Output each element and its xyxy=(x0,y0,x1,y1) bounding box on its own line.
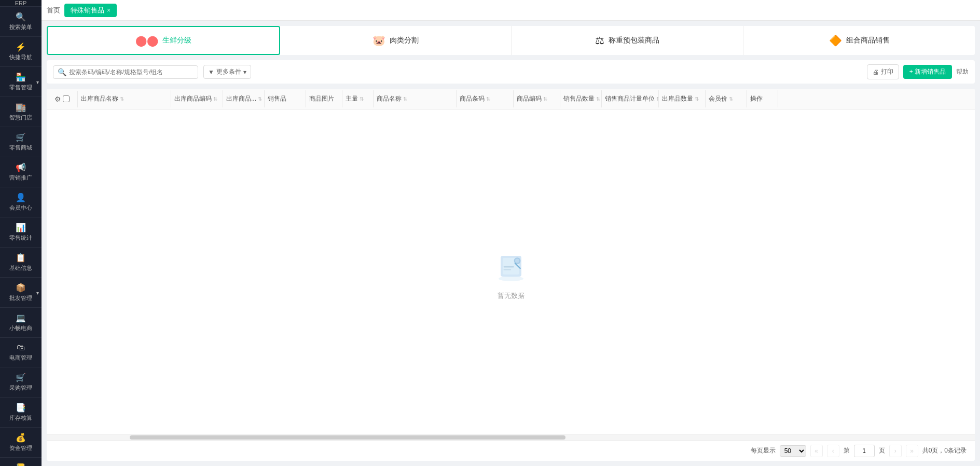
sidebar-item-wholesale[interactable]: 📦 批发管理 xyxy=(0,278,42,308)
sort-out-qty[interactable]: ⇅ xyxy=(695,96,699,102)
sidebar-item-ledger[interactable]: 📒 总账管理 xyxy=(0,458,42,466)
sidebar-item-ecommgmt[interactable]: 🛍 电商管理 xyxy=(0,338,42,367)
topbar-tab-close[interactable]: × xyxy=(107,7,111,14)
table-header: ⚙ 出库商品名称 ⇅ 出库商品编码 ⇅ 出库商品... ⇅ 销售品 xyxy=(47,89,975,109)
th-sale-qty: 销售品数量 ⇅ xyxy=(560,90,602,107)
ecommgmt-icon: 🛍 xyxy=(17,343,25,352)
sidebar-item-finance[interactable]: 💰 资金管理 xyxy=(0,428,42,458)
topbar: 首页 特殊销售品 × xyxy=(42,0,980,21)
wholesale-icon: 📦 xyxy=(16,283,26,293)
add-sale-item-button[interactable]: + 新增销售品 xyxy=(903,65,952,79)
sidebar-item-members[interactable]: 👤 会员中心 xyxy=(0,187,42,217)
sort-member[interactable]: ⇅ xyxy=(729,96,733,102)
filter-arrow-icon: ▾ xyxy=(243,68,246,76)
sort-barcode[interactable]: ⇅ xyxy=(486,96,490,102)
topbar-home-link[interactable]: 首页 xyxy=(47,6,60,15)
sidebar-item-marketing[interactable]: 📢 营销推广 xyxy=(0,157,42,187)
inventory-icon: 📑 xyxy=(16,403,26,413)
meat-cut-icon: 🐷 xyxy=(372,34,385,47)
horizontal-scrollbar[interactable] xyxy=(47,434,975,440)
search-menu-icon: 🔍 xyxy=(16,12,26,22)
th-sku: 商品编码 ⇅ xyxy=(514,90,560,107)
sort-out-name[interactable]: ⇅ xyxy=(120,96,124,102)
marketing-icon: 📢 xyxy=(16,162,26,172)
th-main-qty: 主量 ⇅ xyxy=(342,90,374,107)
retail-icon: 🏪 xyxy=(16,72,26,82)
purchase-icon: 🛒 xyxy=(16,373,26,382)
page-size-select[interactable]: 50 20 100 xyxy=(780,445,806,457)
sidebar-logo: ERP xyxy=(0,0,42,7)
filter-icon: ▼ xyxy=(208,68,214,76)
sidebar: ERP 🔍 搜索菜单 ⚡ 快捷导航 🏪 零售管理 🏬 智慧门店 🛒 零售商城 📢… xyxy=(0,0,42,466)
th-settings[interactable]: ⚙ xyxy=(47,91,78,107)
finance-icon: 💰 xyxy=(16,433,26,443)
column-settings-icon[interactable]: ⚙ xyxy=(54,95,61,103)
search-box[interactable]: 🔍 xyxy=(53,65,198,79)
combo-sale-icon: 🔶 xyxy=(829,34,842,47)
sort-out-spec[interactable]: ⇅ xyxy=(258,96,262,102)
sidebar-item-purchase[interactable]: 🛒 采购管理 xyxy=(0,367,42,398)
topbar-tab-label: 特殊销售品 xyxy=(71,6,104,15)
page-size-label: 每页显示 xyxy=(751,446,776,455)
th-member-price: 会员价 ⇅ xyxy=(706,90,747,107)
page-label-after: 页 xyxy=(879,446,885,455)
tab-weigh-prepack[interactable]: ⚖ 称重预包装商品 xyxy=(512,26,744,55)
sidebar-item-search[interactable]: 🔍 搜索菜单 xyxy=(0,7,42,37)
ledger-icon: 📒 xyxy=(16,463,26,466)
print-button[interactable]: 🖨 打印 xyxy=(867,64,899,79)
scrollbar-thumb[interactable] xyxy=(130,435,565,440)
sidebar-item-ecom[interactable]: 💻 小畅电商 xyxy=(0,308,42,338)
empty-text: 暂无数据 xyxy=(498,291,524,300)
svg-point-4 xyxy=(515,258,519,263)
last-page-btn[interactable]: » xyxy=(906,445,918,457)
tab-meat-cut[interactable]: 🐷 肉类分割 xyxy=(280,26,512,55)
sidebar-item-retailmall[interactable]: 🛒 零售商城 xyxy=(0,127,42,157)
category-tabs: ⬤⬤ 生鲜分级 🐷 肉类分割 ⚖ 称重预包装商品 🔶 组合商品销售 xyxy=(47,26,975,55)
tab-fresh-grade[interactable]: ⬤⬤ 生鲜分级 xyxy=(47,26,280,55)
sidebar-item-retail[interactable]: 🏪 零售管理 xyxy=(0,67,42,97)
prev-page-btn[interactable]: ‹ xyxy=(827,445,839,457)
retailstats-icon: 📊 xyxy=(16,223,26,232)
next-page-btn[interactable]: › xyxy=(889,445,902,457)
current-page-input[interactable] xyxy=(854,445,875,457)
fresh-grade-icon: ⬤⬤ xyxy=(135,34,158,47)
first-page-btn[interactable]: « xyxy=(810,445,823,457)
th-sale-item: 销售品 xyxy=(265,90,306,107)
help-button[interactable]: 帮助 xyxy=(956,67,969,76)
filter-button[interactable]: ▼ 更多条件 ▾ xyxy=(203,65,251,79)
sort-name[interactable]: ⇅ xyxy=(403,96,407,102)
tab-combo-sale[interactable]: 🔶 组合商品销售 xyxy=(743,26,975,55)
th-action: 操作 xyxy=(747,90,778,107)
smartstore-icon: 🏬 xyxy=(16,102,26,112)
topbar-active-tab[interactable]: 特殊销售品 × xyxy=(64,4,117,17)
sidebar-item-inventory[interactable]: 📑 库存核算 xyxy=(0,398,42,428)
print-icon: 🖨 xyxy=(873,68,879,76)
sidebar-item-basics1[interactable]: 📋 基础信息 xyxy=(0,248,42,278)
th-sale-unit: 销售商品计量单位 ⇅ xyxy=(602,90,659,107)
basics1-icon: 📋 xyxy=(16,253,26,263)
sidebar-item-quicknav[interactable]: ⚡ 快捷导航 xyxy=(0,37,42,67)
toolbar: 🔍 ▼ 更多条件 ▾ 🖨 打印 + 新增销售品 帮助 xyxy=(47,60,975,84)
sort-sale-qty[interactable]: ⇅ xyxy=(596,96,600,102)
th-barcode: 商品条码 ⇅ xyxy=(457,90,514,107)
select-all-checkbox[interactable] xyxy=(63,95,70,102)
retailmall-icon: 🛒 xyxy=(16,132,26,142)
sort-main[interactable]: ⇅ xyxy=(360,96,364,102)
th-product-name: 商品名称 ⇅ xyxy=(374,90,457,107)
table-container: ⚙ 出库商品名称 ⇅ 出库商品编码 ⇅ 出库商品... ⇅ 销售品 xyxy=(47,89,975,461)
th-out-product-spec: 出库商品... ⇅ xyxy=(223,90,265,107)
search-icon: 🔍 xyxy=(58,68,66,76)
empty-state: 暂无数据 xyxy=(47,109,975,434)
members-icon: 👤 xyxy=(16,193,26,202)
sidebar-item-smartstore[interactable]: 🏬 智慧门店 xyxy=(0,97,42,127)
sort-out-code[interactable]: ⇅ xyxy=(213,96,217,102)
main-area: 首页 特殊销售品 × ⬤⬤ 生鲜分级 🐷 肉类分割 ⚖ 称重预包装商品 🔶 组合… xyxy=(42,0,980,466)
sidebar-item-retailstats[interactable]: 📊 零售统计 xyxy=(0,217,42,248)
ecom-icon: 💻 xyxy=(16,313,26,323)
search-input[interactable] xyxy=(69,68,194,76)
quicknav-icon: ⚡ xyxy=(16,42,26,52)
toolbar-right: 🖨 打印 + 新增销售品 帮助 xyxy=(867,64,969,79)
page-label-before: 第 xyxy=(844,446,850,455)
empty-state-icon xyxy=(490,243,532,285)
sort-sku[interactable]: ⇅ xyxy=(543,96,547,102)
